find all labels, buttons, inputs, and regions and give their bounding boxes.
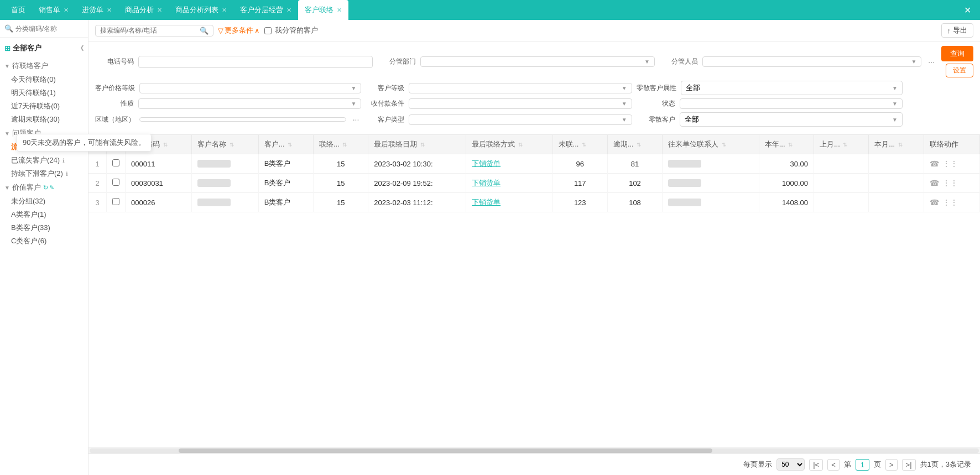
filter-manage-checkbox[interactable]: 我分管的客户 [264,25,318,35]
filter-search-icon[interactable]: 🔍 [200,27,208,35]
grade-arrow: ▼ [622,85,627,91]
page-size-label: 每页显示 [743,460,772,469]
col-last-contact-method[interactable]: 最后联络方式 ⇅ [466,135,552,154]
customer-table: ⚙ 客户编码 ⇅ 客户名称 ⇅ 客户... ⇅ 联络... ⇅ 最后联络日期 ⇅… [88,135,980,212]
sidebar-item-tomorrow[interactable]: 明天待联络(1) [0,86,88,100]
page-next-button[interactable]: > [885,459,898,471]
sidebar-item-7days[interactable]: 近7天待联络(0) [0,100,88,113]
col-last-contact-date[interactable]: 最后联络日期 ⇅ [368,135,466,154]
tab-sales-close[interactable]: ✕ [64,7,69,14]
filter-select-dept[interactable]: ▼ [420,56,655,67]
filter-select-nature[interactable]: ▼ [138,98,361,109]
tab-customer-layer[interactable]: 客户分层经营 ✕ [233,0,298,20]
filter-select-zero-customer[interactable]: 全部 ▼ [680,112,903,127]
filter-select-region[interactable] [139,117,346,122]
declining-info-icon: ℹ [66,171,68,177]
sidebar-search-input[interactable] [15,25,88,33]
tab-customer-layer-close[interactable]: ✕ [286,7,291,14]
filter-field-person: 分管人员 ▼ ··· [659,56,937,67]
row-checkbox-0[interactable] [107,154,126,174]
horizontal-scrollbar[interactable] [88,447,980,453]
filter-select-person[interactable]: ▼ [702,56,921,67]
sidebar-item-churned[interactable]: 已流失客户(24) ℹ [0,154,88,167]
region-more-btn[interactable]: ··· [351,115,362,124]
filter-field-dept: 分管部门 ▼ [377,56,655,67]
tab-purchase[interactable]: 进货单 ✕ [75,0,118,20]
action-more-icon-0[interactable]: ⋮⋮ [942,159,958,168]
row-checkbox-2[interactable] [107,193,126,212]
tab-product-analysis-close[interactable]: ✕ [157,7,162,14]
col-grade[interactable]: 客户... ⇅ [258,135,313,154]
person-more-btn[interactable]: ··· [926,58,937,66]
row-code-1: 00030031 [126,174,192,193]
tab-bar: 首页 销售单 ✕ 进货单 ✕ 商品分析 ✕ 商品分析列表 ✕ 客户分层经营 ✕ … [0,0,980,20]
col-this-month[interactable]: 本月... ⇅ [869,135,924,154]
page-prev-button[interactable]: < [827,459,840,471]
sidebar-item-class-b[interactable]: B类客户(33) [0,221,88,234]
window-close-button[interactable]: ✕ [960,3,976,18]
action-contact-icon-0[interactable]: ☎ [930,159,939,168]
scrollbar-track[interactable] [90,448,979,453]
filter-more-arrow: ∧ [254,27,260,35]
filter-search-input[interactable] [100,27,200,34]
tab-home[interactable]: 首页 [4,0,32,20]
row-checkbox-1[interactable] [107,174,126,193]
filter-select-payment[interactable]: ▼ [409,98,632,109]
filter-select-type[interactable]: ▼ [409,114,632,125]
col-uncontacted[interactable]: 未联... ⇅ [552,135,607,154]
col-last-month[interactable]: 上月... ⇅ [814,135,868,154]
col-this-year[interactable]: 本年... ⇅ [759,135,814,154]
tab-product-analysis[interactable]: 商品分析 ✕ [118,0,169,20]
tab-customer-contact[interactable]: 客户联络 ✕ [298,0,348,20]
refresh-icon[interactable]: ↻ [43,184,48,191]
filter-select-price-grade[interactable]: ▼ [139,83,361,93]
scrollbar-thumb[interactable] [179,448,712,453]
tab-sales[interactable]: 销售单 ✕ [32,0,75,20]
sidebar-group-pending-title[interactable]: ▼ 待联络客户 [0,59,88,73]
action-contact-icon-1[interactable]: ☎ [930,179,939,187]
sidebar-group-value: ▼ 价值客户 ↻ ✎ 未分组(32) A类客户(1) B类客户(33) C类客户… [0,180,88,248]
tab-purchase-close[interactable]: ✕ [107,7,112,14]
filter-select-grade[interactable]: ▼ [409,83,632,93]
filter-select-zero-attr[interactable]: 全部 ▼ [681,81,903,95]
total-info: 共1页，3条记录 [920,460,971,469]
tab-customer-contact-close[interactable]: ✕ [337,7,342,14]
edit-icon[interactable]: ✎ [49,184,54,191]
sidebar-item-today[interactable]: 今天待联络(0) [0,73,88,86]
sidebar-item-ungrouped[interactable]: 未分组(32) [0,195,88,208]
sidebar-item-class-c[interactable]: C类客户(6) [0,234,88,248]
col-contact-person[interactable]: 往来单位联系人 ⇅ [663,135,759,154]
row-this-year-2: 1408.00 [759,193,814,212]
row-contact-count-0: 15 [314,154,368,174]
row-this-month-2 [869,193,924,212]
query-button[interactable]: 查询 [941,46,973,61]
page-first-button[interactable]: |< [809,459,823,471]
filter-input-phone[interactable] [138,56,373,68]
page-current: 1 [856,459,869,471]
filter-more-button[interactable]: ▽ 更多条件 ∧ [218,25,260,35]
tab-product-list[interactable]: 商品分析列表 ✕ [169,0,233,20]
sidebar-group-value-title[interactable]: ▼ 价值客户 ↻ ✎ [0,180,88,195]
row-contact-person-0 [663,154,759,174]
action-more-icon-1[interactable]: ⋮⋮ [942,179,958,187]
action-more-icon-2[interactable]: ⋮⋮ [942,198,958,207]
row-uncontacted-1: 117 [552,174,607,193]
col-contact-count[interactable]: 联络... ⇅ [314,135,368,154]
col-name[interactable]: 客户名称 ⇅ [192,135,258,154]
page-size-select[interactable]: 50 100 [776,458,805,471]
sidebar-item-class-a[interactable]: A类客户(1) [0,208,88,221]
manage-checkbox-input[interactable] [264,27,272,34]
page-last-button[interactable]: >| [902,459,916,471]
sidebar-item-overdue[interactable]: 逾期未联络(30) [0,113,88,126]
filter-row-3: 性质 ▼ 收付款条件 ▼ 状态 ▼ [95,98,973,109]
filter-row-4: 区域（地区） ··· 客户类型 ▼ 零散客户 全部 ▼ [95,112,973,127]
action-contact-icon-2[interactable]: ☎ [930,198,939,207]
filter-select-status[interactable]: ▼ [680,98,903,109]
row-contact-count-2: 15 [314,193,368,212]
sidebar-all-customers[interactable]: ⊞ 全部客户 《 [4,41,84,55]
tab-product-list-close[interactable]: ✕ [222,7,227,14]
export-button[interactable]: ↑ 导出 [941,23,974,38]
col-overdue[interactable]: 逾期... ⇅ [607,135,662,154]
settings-button[interactable]: 设置 [946,64,973,77]
sidebar-item-declining[interactable]: 持续下滑客户(2) ℹ [0,167,88,180]
